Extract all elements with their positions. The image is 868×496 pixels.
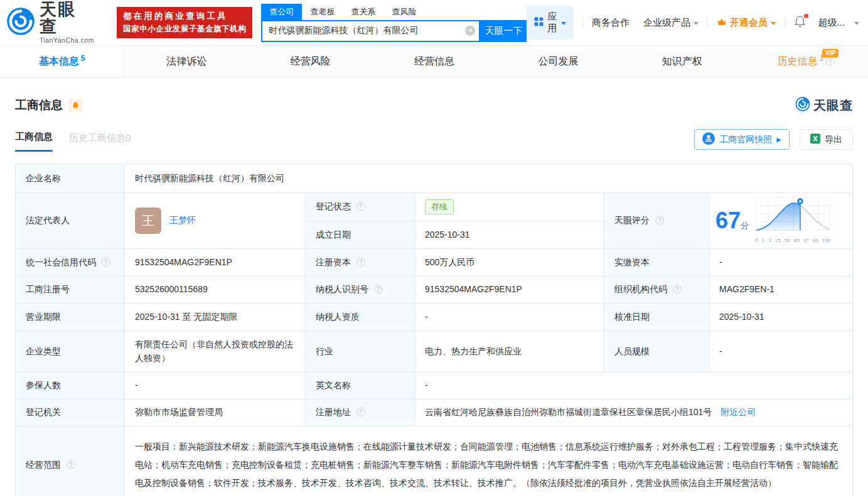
- official-snapshot-button[interactable]: 工商官网快照 ▶: [694, 129, 790, 150]
- reg-status-label: 登记状态 ?: [306, 193, 415, 221]
- excel-icon: [810, 134, 820, 145]
- english-name-label: 英文名称: [306, 372, 415, 399]
- vip-badge: VIP: [822, 49, 839, 58]
- establish-date-label: 成立日期: [306, 221, 415, 249]
- taxpayer-id-value: 91532504MAG2F9EN1P: [415, 277, 604, 303]
- legal-rep-cell: 王 王梦怀: [125, 193, 306, 249]
- tab-legal-litigation[interactable]: 法律诉讼: [124, 46, 248, 77]
- score-axis-ticks: 01 315 5085 9799 100: [755, 237, 830, 245]
- help-icon[interactable]: ?: [356, 202, 365, 211]
- table-row: 经营范围 ? 一般项目：新兴能源技术研发；新能源汽车换电设施销售；在线能源计量技…: [16, 426, 853, 496]
- insured-num-label: 参保人数: [16, 372, 125, 399]
- business-term-value: 2025-10-31 至 无固定期限: [125, 303, 306, 331]
- subtab-business-info[interactable]: 工商信息: [15, 131, 53, 152]
- tab-operation-risk[interactable]: 经营风险: [249, 46, 372, 77]
- reg-number-label: 工商注册号: [16, 277, 125, 303]
- tab-intellectual-property[interactable]: 知识产权: [620, 46, 744, 77]
- reg-number-value: 532526000115689: [125, 277, 306, 303]
- establish-date-value: 2025-10-31: [415, 221, 604, 249]
- tab-count: 5: [81, 54, 85, 63]
- apps-menu[interactable]: 应用: [527, 6, 574, 40]
- score-label: 天眼评分 ?: [604, 193, 709, 249]
- divider: [582, 18, 583, 28]
- approve-date-label: 核准日期: [604, 303, 709, 331]
- nav-business-coop[interactable]: 商务合作: [592, 17, 630, 29]
- chevron-down-icon: [694, 22, 699, 25]
- business-term-label: 营业期限: [16, 303, 125, 331]
- banner-line2: 国家中小企业发展子基金旗下机构: [123, 24, 247, 34]
- table-row: 营业期限 2025-10-31 至 无固定期限 纳税人资质 - 核准日期 202…: [16, 303, 853, 331]
- export-button[interactable]: 导出: [800, 129, 853, 150]
- search-tab-company[interactable]: 查公司: [261, 4, 302, 20]
- logo-title: 天眼查: [40, 1, 94, 35]
- english-name-value: -: [415, 372, 853, 399]
- search-tabs: 查公司 查老板 查关系 查风险: [261, 4, 527, 20]
- search-button[interactable]: 天眼一下: [480, 20, 527, 42]
- company-name-label: 企业名称: [16, 164, 125, 193]
- reg-address-label: 注册地址 ?: [306, 399, 415, 426]
- reg-capital-value: 500万人民币: [415, 249, 604, 277]
- promo-banner: 都在用的商业查询工具 国家中小企业发展子基金旗下机构: [117, 7, 253, 38]
- help-icon[interactable]: ?: [673, 285, 682, 293]
- help-icon[interactable]: ?: [374, 285, 383, 293]
- section-title: 工商信息: [15, 97, 63, 113]
- notifications-bell-icon[interactable]: [793, 15, 806, 30]
- subscribe-bell-icon[interactable]: [68, 98, 82, 112]
- legal-rep-label: 法定代表人: [16, 193, 125, 249]
- help-icon[interactable]: ?: [102, 258, 110, 266]
- industry-label: 行业: [306, 331, 415, 372]
- tab-history-info[interactable]: VIP 历史信息 1 ?: [744, 46, 868, 77]
- nav-open-vip[interactable]: 开通会员: [717, 17, 776, 29]
- reg-address-value: 云南省红河哈尼族彝族自治州弥勒市福城街道章保社区章保居民小组101号 附近公司: [415, 399, 853, 426]
- help-icon[interactable]: ?: [356, 408, 365, 416]
- industry-value: 电力、热力生产和供应业: [415, 331, 604, 372]
- vip-crown-icon: [717, 17, 727, 29]
- notification-dot: [804, 14, 808, 18]
- company-name-value: 时代骐骥新能源科技（红河）有限公司: [125, 164, 853, 193]
- help-icon[interactable]: ?: [67, 460, 75, 469]
- nav-enterprise-products[interactable]: 企业级产品: [643, 17, 699, 29]
- taxpayer-id-label: 纳税人识别号 ?: [306, 277, 415, 303]
- nearby-companies-link[interactable]: 附近公司: [721, 407, 756, 417]
- search-tab-risk[interactable]: 查风险: [383, 4, 424, 20]
- stamp-icon: [702, 132, 715, 147]
- tab-operation-info[interactable]: 经营信息: [372, 46, 496, 77]
- search-tab-relation[interactable]: 查关系: [343, 4, 383, 20]
- help-icon[interactable]: ?: [826, 57, 835, 66]
- company-tabbar: 基本信息 5 法律诉讼 经营风险 经营信息 公司发展 知识产权 VIP 历史信息…: [0, 45, 868, 78]
- tianyancha-watermark: 天眼查: [795, 97, 853, 114]
- paid-capital-value: -: [709, 249, 853, 277]
- table-row: 工商注册号 532526000115689 纳税人识别号 ? 91532504M…: [16, 277, 853, 303]
- score-cell: 67分: [709, 193, 853, 249]
- apps-grid-icon: [534, 17, 544, 28]
- search-input[interactable]: [261, 20, 480, 42]
- tianyancha-swirl-icon: [795, 97, 810, 114]
- tab-count: 1: [819, 54, 823, 63]
- clear-icon[interactable]: ×: [465, 26, 475, 36]
- legal-rep-link[interactable]: 王梦怀: [169, 214, 196, 228]
- help-icon[interactable]: ?: [655, 216, 664, 224]
- search-tab-boss[interactable]: 查老板: [302, 4, 343, 20]
- company-type-label: 企业类型: [16, 331, 125, 372]
- paid-capital-label: 实缴资本: [604, 249, 709, 277]
- insured-num-value: -: [125, 372, 306, 399]
- credit-code-label: 统一社会信用代码 ?: [16, 249, 125, 277]
- table-row: 企业名称 时代骐骥新能源科技（红河）有限公司: [16, 164, 853, 193]
- table-row: 统一社会信用代码 ? 91532504MAG2F9EN1P 注册资本 ? 500…: [16, 249, 853, 277]
- credit-code-value: 91532504MAG2F9EN1P: [125, 249, 306, 277]
- chevron-down-icon: [854, 22, 859, 25]
- staff-size-value: -: [709, 331, 853, 372]
- tab-company-development[interactable]: 公司发展: [496, 46, 620, 77]
- table-row: 登记机关 弥勒市市场监督管理局 注册地址 ? 云南省红河哈尼族彝族自治州弥勒市福…: [16, 399, 853, 426]
- nav-super-vip[interactable]: 超级...: [818, 17, 859, 29]
- business-info-table: 企业名称 时代骐骥新能源科技（红河）有限公司 法定代表人 王 王梦怀 登记状态 …: [15, 164, 853, 496]
- reg-capital-label: 注册资本 ?: [306, 249, 415, 277]
- avatar[interactable]: 王: [135, 208, 161, 234]
- taxpayer-quality-label: 纳税人资质: [306, 303, 415, 331]
- company-type-value: 有限责任公司（非自然人投资或控股的法人独资）: [125, 331, 306, 372]
- subtab-history-business-info[interactable]: 历史工商信息0: [69, 132, 131, 151]
- top-nav: 应用 商务合作 企业级产品 开通会员 超级...: [527, 6, 859, 40]
- tab-basic-info[interactable]: 基本信息 5: [0, 46, 124, 77]
- help-icon[interactable]: ?: [356, 258, 365, 266]
- tianyancha-logo[interactable]: 天眼查 TianYanCha.com: [6, 1, 94, 44]
